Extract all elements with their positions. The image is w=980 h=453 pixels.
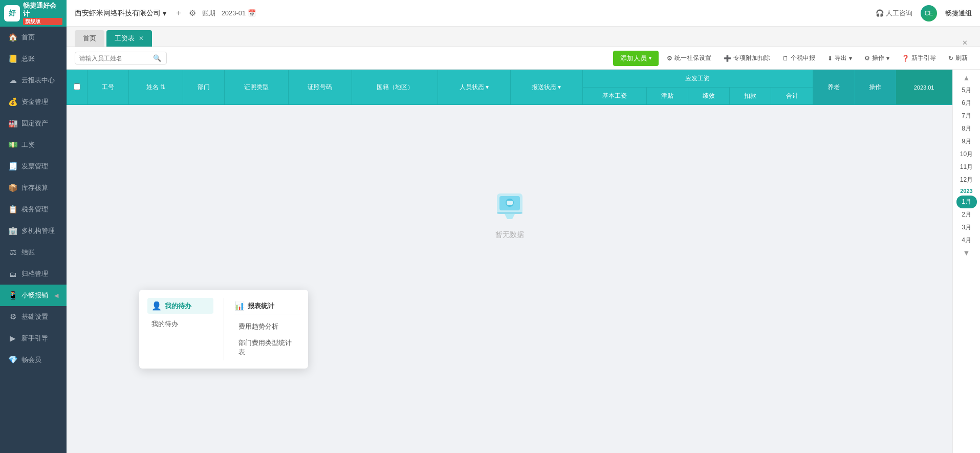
timeline-month-7[interactable]: 7月 <box>956 110 977 122</box>
wage-table: 工号 姓名 ⇅ 部门 证照类型 证照号码 国籍（地区） 人员状态 ▾ 报送状态 … <box>67 70 952 318</box>
sidebar-item-cloud-report[interactable]: ☁ 云报表中心 <box>0 70 67 91</box>
tab-home[interactable]: 首页 <box>75 30 104 47</box>
user-name[interactable]: 畅捷通组 <box>945 9 972 18</box>
add-person-chevron: ▾ <box>649 55 651 61</box>
sidebar-item-settings[interactable]: ⚙ 基础设置 <box>0 306 67 328</box>
social-insurance-label: 统一社保设置 <box>674 54 711 62</box>
support-btn[interactable]: 🎧 人工咨询 <box>876 9 912 18</box>
sidebar-label-archive: 归档管理 <box>21 269 48 278</box>
tab-close-all[interactable]: ✕ <box>958 39 972 47</box>
timeline-month-11[interactable]: 11月 <box>956 161 977 174</box>
th-performance: 绩效 <box>688 88 729 105</box>
search-box: 🔍 <box>75 52 167 64</box>
calendar-icon[interactable]: 📅 <box>248 9 256 17</box>
th-job-number: 工号 <box>88 70 129 105</box>
add-person-btn[interactable]: 添加人员 ▾ <box>613 51 659 66</box>
timeline-nav-up[interactable]: ▲ <box>961 72 972 84</box>
operation-chevron: ▾ <box>886 55 889 62</box>
popup-item-my-todo[interactable]: 我的待办 <box>147 316 213 332</box>
timeline-month-3[interactable]: 3月 <box>956 221 977 234</box>
tab-home-label: 首页 <box>83 34 96 43</box>
add-company-btn[interactable]: ＋ <box>175 8 183 18</box>
search-icon[interactable]: 🔍 <box>153 54 161 62</box>
period-value: 2023-01 <box>222 9 246 17</box>
timeline-month-2[interactable]: 2月 <box>956 208 977 221</box>
sidebar-label-tax: 税务管理 <box>21 205 48 214</box>
tax-filing-btn[interactable]: 🗒 个税申报 <box>778 52 819 64</box>
special-deduction-label: 专项附加扣除 <box>733 54 770 62</box>
popup-item-dept-stats[interactable]: 部门费用类型统计表 <box>234 335 300 360</box>
settings-icon: ⚙ <box>8 312 17 321</box>
sidebar-item-finance[interactable]: 💰 资金管理 <box>0 91 67 113</box>
sidebar-item-expense[interactable]: 📱 小畅报销 ◀ <box>0 285 67 306</box>
guide-btn[interactable]: ❓ 新手引导 <box>898 52 940 64</box>
tab-bar: 首页 工资表 ✕ ✕ <box>67 27 980 47</box>
timeline-month-6[interactable]: 6月 <box>956 97 977 110</box>
timeline-month-1[interactable]: 1月 <box>956 196 977 208</box>
company-selector[interactable]: 西安虾米网络科技有限公司 ▾ <box>75 9 166 18</box>
sidebar-label-inventory: 库存核算 <box>21 183 48 192</box>
refresh-btn[interactable]: ↻ 刷新 <box>944 52 972 64</box>
invoice-icon: 🧾 <box>8 162 17 171</box>
sidebar-item-ledger[interactable]: 📒 总账 <box>0 48 67 70</box>
sidebar-item-archive[interactable]: 🗂 归档管理 <box>0 263 67 285</box>
sidebar-item-guide[interactable]: ▶ 新手引导 <box>0 328 67 349</box>
tab-salary-close[interactable]: ✕ <box>139 35 144 42</box>
main-content: 西安虾米网络科技有限公司 ▾ ＋ ⚙ 账期 2023-01 📅 🎧 人工咨询 C… <box>67 0 980 453</box>
th-person-status[interactable]: 人员状态 ▾ <box>438 70 510 105</box>
special-deduction-btn[interactable]: ➕ 专项附加扣除 <box>720 52 774 64</box>
svg-rect-4 <box>497 212 522 214</box>
sidebar-label-home: 首页 <box>21 33 35 42</box>
popup-header-todo[interactable]: 👤 我的待办 <box>147 298 213 314</box>
operation-label: 操作 <box>872 54 884 62</box>
right-timeline-panel: ▲ 5月 6月 7月 8月 9月 10月 11月 12月 2023 1月 2月 … <box>952 70 980 453</box>
sidebar-item-multi-org[interactable]: 🏢 多机构管理 <box>0 220 67 242</box>
sidebar-label-multi-org: 多机构管理 <box>21 226 55 235</box>
th-total: 合计 <box>771 88 813 105</box>
guide-btn-icon: ❓ <box>902 55 909 62</box>
finance-icon: 💰 <box>8 97 17 106</box>
th-submit-status[interactable]: 报送状态 ▾ <box>510 70 582 105</box>
sidebar-item-assets[interactable]: 🏭 固定资产 <box>0 113 67 134</box>
social-insurance-btn[interactable]: ⚙ 统一社保设置 <box>663 52 715 64</box>
settings-gear-btn[interactable]: ⚙ <box>189 8 196 18</box>
sidebar-item-settlement[interactable]: ⚖ 结账 <box>0 242 67 263</box>
svg-marker-5 <box>505 214 515 219</box>
sidebar-item-invoice[interactable]: 🧾 发票管理 <box>0 156 67 177</box>
expense-icon: 📱 <box>8 291 17 300</box>
svg-rect-3 <box>507 201 513 205</box>
user-avatar: CE <box>921 5 937 21</box>
empty-icon <box>489 183 530 224</box>
timeline-month-10[interactable]: 10月 <box>956 148 977 161</box>
sidebar-item-salary[interactable]: 💵 工资 <box>0 134 67 156</box>
sidebar-item-inventory[interactable]: 📦 库存核算 <box>0 177 67 199</box>
export-btn[interactable]: ⬇ 导出 ▾ <box>823 52 856 64</box>
operation-btn[interactable]: ⚙ 操作 ▾ <box>860 52 894 64</box>
popup-item-trend[interactable]: 费用趋势分析 <box>234 318 300 335</box>
sidebar-item-home[interactable]: 🏠 首页 <box>0 27 67 48</box>
th-checkbox[interactable] <box>67 70 88 105</box>
timeline-month-5[interactable]: 5月 <box>956 84 977 97</box>
select-all-checkbox[interactable] <box>74 83 80 90</box>
company-dropdown-icon: ▾ <box>163 9 166 17</box>
timeline-month-8[interactable]: 8月 <box>956 122 977 135</box>
top-header: 西安虾米网络科技有限公司 ▾ ＋ ⚙ 账期 2023-01 📅 🎧 人工咨询 C… <box>67 0 980 27</box>
tab-salary[interactable]: 工资表 ✕ <box>106 30 152 47</box>
timeline-nav-down[interactable]: ▼ <box>961 247 972 259</box>
search-input[interactable] <box>79 55 151 62</box>
ledger-icon: 📒 <box>8 54 17 63</box>
sidebar-item-vip[interactable]: 💎 畅会员 <box>0 349 67 371</box>
assets-icon: 🏭 <box>8 119 17 128</box>
sidebar-collapse-icon: ◀ <box>54 292 58 299</box>
timeline-month-4[interactable]: 4月 <box>956 234 977 247</box>
th-operation: 操作 <box>854 70 896 105</box>
refresh-label: 刷新 <box>955 54 968 62</box>
popup-header-report[interactable]: 📊 报表统计 <box>234 298 300 314</box>
timeline-month-12[interactable]: 12月 <box>956 174 977 186</box>
timeline-month-9[interactable]: 9月 <box>956 135 977 148</box>
avatar-initials: CE <box>925 10 933 17</box>
sidebar-item-tax[interactable]: 📋 税务管理 <box>0 199 67 220</box>
th-name[interactable]: 姓名 ⇅ <box>129 70 183 105</box>
sidebar-label-cloud: 云报表中心 <box>21 76 55 85</box>
cloud-icon: ☁ <box>8 76 17 85</box>
